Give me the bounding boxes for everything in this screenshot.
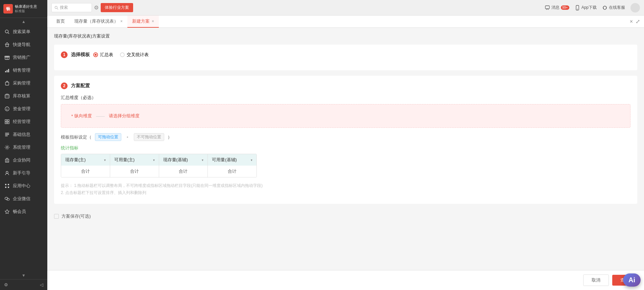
sidebar-item-newbie[interactable]: 新手引导 xyxy=(0,167,47,179)
tab-new-plan-close[interactable]: × xyxy=(152,19,154,24)
stats-col-3-label: 现存量(基辅) xyxy=(163,157,188,163)
sidebar-item-label: 应用中心 xyxy=(13,183,30,189)
stats-col-2-chevron[interactable]: ▾ xyxy=(153,158,155,162)
sidebar-item-enterprise[interactable]: 企业协同 xyxy=(0,154,47,167)
svg-rect-8 xyxy=(8,69,9,72)
indicator-settings: 模板指标设定（ 可拖动位置 ▪ 不可拖动位置 ） xyxy=(61,133,630,141)
save-plan-section: 方案保存(可选) xyxy=(54,209,637,223)
sidebar-item-marketing[interactable]: 营销推广 xyxy=(0,51,47,64)
radio-cross-circle xyxy=(120,52,125,57)
indicator-label-prefix: 模板指标设定（ xyxy=(61,134,92,140)
chart-icon xyxy=(4,67,10,73)
sidebar-item-purchase[interactable]: 采购管理 xyxy=(0,77,47,90)
user-avatar[interactable] xyxy=(630,3,640,13)
sidebar-item-system[interactable]: 系统管理 xyxy=(0,141,47,154)
tab-home-label: 首页 xyxy=(56,18,65,24)
stats-col-4-chevron[interactable]: ▾ xyxy=(251,158,252,162)
sidebar-item-label: 畅会员 xyxy=(13,209,26,215)
stats-col-1-label: 现存量(主) xyxy=(65,157,86,163)
stats-col-2-body: 合计 xyxy=(110,166,159,177)
tab-close-all-icon[interactable]: × xyxy=(630,19,633,25)
save-plan-checkbox[interactable] xyxy=(54,214,59,219)
sidebar-item-basic-info[interactable]: 基础信息 xyxy=(0,128,47,141)
topbar-search[interactable]: 搜索 xyxy=(51,3,92,12)
topbar-right: 消息 99+ App下载 在线客服 xyxy=(545,3,640,13)
sidebar-scroll-up[interactable]: ▲ xyxy=(0,18,47,25)
sidebar-item-label: 企业微信 xyxy=(13,196,30,202)
tab-inventory-close[interactable]: × xyxy=(120,19,123,24)
topbar: 搜索 ⚙ 体验行业方案 消息 99+ App下载 在线客服 xyxy=(47,0,644,16)
search-menu-icon xyxy=(4,29,10,35)
online-service-button[interactable]: 在线客服 xyxy=(602,5,625,10)
stats-table-header: 现存量(主) ▾ 可用量(主) ▾ 现存量(基辅) ▾ 可用量(基辅) xyxy=(61,154,256,166)
tab-home[interactable]: 首页 xyxy=(51,16,70,28)
sidebar-sound-icon[interactable]: ◁ xyxy=(40,282,43,287)
page-title: 现存量(库存状况表)方案设置 xyxy=(54,33,637,39)
svg-rect-15 xyxy=(5,122,7,124)
sidebar-item-search-menu[interactable]: 搜索菜单 xyxy=(0,25,47,38)
template-radio-group: 汇总表 交叉统计表 xyxy=(93,52,149,58)
svg-rect-10 xyxy=(5,95,9,98)
tab-expand-icon[interactable]: ⤢ xyxy=(636,18,640,25)
tab-inventory-status[interactable]: 现存量（库存状况表） × xyxy=(70,16,127,28)
svg-rect-7 xyxy=(7,70,8,72)
industry-plan-button[interactable]: 体验行业方案 xyxy=(101,3,133,12)
indicator-settings-label: 模板指标设定（ 可拖动位置 ▪ 不可拖动位置 ） xyxy=(61,133,630,141)
footer: 取消 查询 xyxy=(47,270,644,290)
radio-cross-label: 交叉统计表 xyxy=(127,52,149,58)
svg-point-0 xyxy=(5,30,8,33)
sidebar-item-sales[interactable]: 销售管理 xyxy=(0,64,47,77)
sidebar-item-member[interactable]: 畅会员 xyxy=(0,205,47,218)
tab-inventory-label: 现存量（库存状况表） xyxy=(74,18,118,24)
svg-line-1 xyxy=(8,33,9,34)
stats-col-1-header[interactable]: 现存量(主) ▾ xyxy=(61,154,110,166)
dimension-select-hint: 请选择分组维度 xyxy=(109,113,140,119)
svg-rect-36 xyxy=(603,8,604,9)
dimension-area[interactable]: * 纵向维度 —— 请选择分组维度 xyxy=(61,104,630,128)
svg-rect-18 xyxy=(5,134,9,135)
stats-col-2-header[interactable]: 可用量(主) ▾ xyxy=(110,154,159,166)
sidebar-item-operations[interactable]: 经营管理 xyxy=(0,115,47,128)
svg-point-34 xyxy=(577,9,578,9)
stats-col-1-chevron[interactable]: ▾ xyxy=(104,158,106,162)
sidebar: 畅 畅康通好生意 标准版 ▲ 搜索菜单 快捷导航 营销推广 xyxy=(0,0,47,290)
stats-col-3-body: 合计 xyxy=(159,166,208,177)
sidebar-item-finance[interactable]: ¥ 资金管理 xyxy=(0,102,47,115)
radio-summary[interactable]: 汇总表 xyxy=(93,52,113,58)
svg-rect-13 xyxy=(5,120,7,121)
stats-table-body: 合计 合计 合计 合计 xyxy=(61,166,256,177)
tip-2: 2. 点击标题栏下拉可设置排序、插入列和删除列 xyxy=(61,190,630,196)
stats-col-4-body: 合计 xyxy=(208,166,256,177)
sidebar-item-wechat[interactable]: 企业微信 xyxy=(0,192,47,205)
svg-rect-32 xyxy=(545,6,549,9)
dimension-vertical-label: 纵向维度 xyxy=(74,113,92,119)
svg-rect-24 xyxy=(8,184,9,185)
step2-title: 方案配置 xyxy=(71,83,90,89)
cancel-button[interactable]: 取消 xyxy=(583,274,609,286)
sidebar-item-quick-nav[interactable]: 快捷导航 xyxy=(0,38,47,51)
sidebar-scroll-down[interactable]: ▼ xyxy=(0,272,47,279)
sidebar-item-app-center[interactable]: 应用中心 xyxy=(0,179,47,192)
stats-col-3-chevron[interactable]: ▾ xyxy=(202,158,203,162)
stats-col-4-label: 可用量(基辅) xyxy=(212,157,237,163)
svg-rect-25 xyxy=(5,187,6,188)
stats-col-4-header[interactable]: 可用量(基辅) ▾ xyxy=(208,154,256,166)
app-download-button[interactable]: App下载 xyxy=(575,5,597,10)
stats-col-3-header[interactable]: 现存量(基辅) ▾ xyxy=(159,154,208,166)
tab-new-plan[interactable]: 新建方案 × xyxy=(127,16,159,28)
movable-tag: 可拖动位置 xyxy=(95,133,121,141)
sidebar-item-inventory[interactable]: 库存核算 xyxy=(0,90,47,102)
tips-section: 提示： 1.拖动标题栏可以调整布局，不可跨维度或指标区域拖动栏目字段(只能在同一… xyxy=(61,183,630,196)
radio-summary-label: 汇总表 xyxy=(100,52,113,58)
save-plan-label: 方案保存(可选) xyxy=(61,213,91,219)
topbar-gear-icon[interactable]: ⚙ xyxy=(94,4,99,11)
home-icon xyxy=(4,42,10,48)
svg-rect-16 xyxy=(7,122,9,124)
radio-cross[interactable]: 交叉统计表 xyxy=(120,52,149,58)
sidebar-settings-icon[interactable]: ⚙ xyxy=(4,282,8,287)
box-icon xyxy=(4,93,10,99)
stats-col-2-label: 可用量(主) xyxy=(114,157,135,163)
svg-point-30 xyxy=(55,6,57,8)
ai-bubble-button[interactable]: Ai xyxy=(623,273,641,287)
message-button[interactable]: 消息 99+ xyxy=(545,5,569,10)
